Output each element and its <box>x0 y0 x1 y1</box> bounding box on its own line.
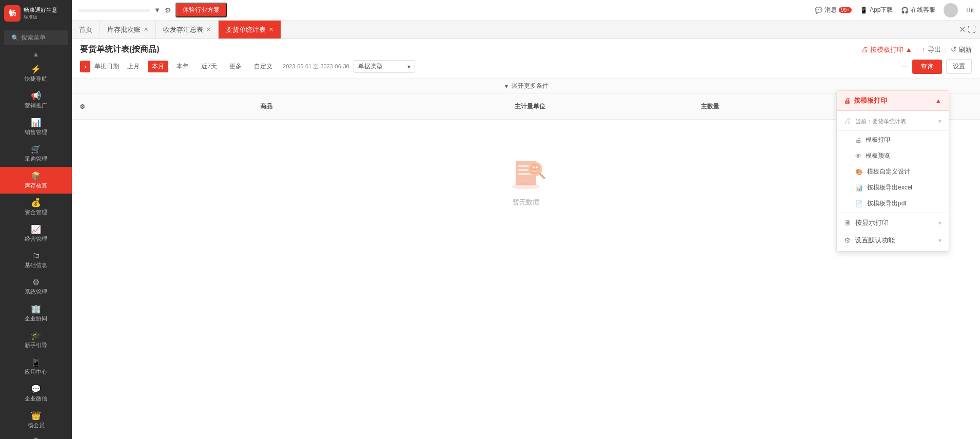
tabs-actions: ✕ ⛶ <box>955 25 980 34</box>
date-btn-last-month[interactable]: 上月 <box>123 61 144 72</box>
message-item[interactable]: 💬 消息 99+ <box>815 6 852 14</box>
empty-icon <box>505 150 546 192</box>
sidebar-item-basic[interactable]: 🗂 基础信息 <box>0 247 72 273</box>
dropdown-display-print[interactable]: 🖥 按显示打印 ▾ <box>837 214 949 232</box>
dropdown-template-custom[interactable]: 🎨 模板自定义设计 <box>837 164 949 180</box>
tab-receipt-summary-close[interactable]: ✕ <box>206 26 211 33</box>
export-icon: ↑ <box>922 46 926 53</box>
sidebar-item-member[interactable]: 👑 畅会员 <box>0 407 72 433</box>
dropdown-template-export-pdf[interactable]: 📄 按模板导出pdf <box>837 196 949 212</box>
template-custom-icon: 🎨 <box>855 168 863 176</box>
dropdown-current-item[interactable]: 🖨 当前：要货单统计表 ▾ <box>837 113 949 129</box>
sales-icon: 📊 <box>31 118 41 127</box>
tab-maximize[interactable]: ⛶ <box>968 25 976 34</box>
sidebar-item-finance[interactable]: 💰 资金管理 <box>0 194 72 220</box>
sidebar-item-app-center[interactable]: 📱 应用中心 <box>0 353 72 380</box>
topbar-dropdown-arrow[interactable]: ▼ <box>154 6 161 14</box>
basic-icon: 🗂 <box>32 251 40 260</box>
filter-expand-button[interactable]: › <box>80 61 90 72</box>
tab-batch-account-close[interactable]: ✕ <box>144 26 148 33</box>
col-product: 商品 <box>92 98 440 115</box>
wechat-icon: 💬 <box>31 384 41 394</box>
topbar-gear-icon[interactable]: ⚙ <box>165 6 171 14</box>
display-print-icon: 🖥 <box>844 219 851 227</box>
template-print-button[interactable]: 🖨 按模板打印 ▲ <box>861 45 912 54</box>
user-avatar[interactable] <box>944 3 958 17</box>
date-btn-this-year[interactable]: 本年 <box>172 61 193 72</box>
service-icon: 🎧 <box>901 7 909 14</box>
sidebar-search[interactable]: 🔍 搜索菜单 <box>4 30 68 45</box>
order-type-label: 单据类型 <box>358 62 383 71</box>
date-btn-7days[interactable]: 近7天 <box>197 61 221 72</box>
template-excel-icon: 📊 <box>855 184 863 192</box>
svg-point-6 <box>530 164 540 174</box>
dropdown-template-export-excel[interactable]: 📊 按模板导出excel <box>837 180 949 196</box>
purchase-icon: 🛒 <box>31 144 41 154</box>
current-item-arrow: ▾ <box>938 118 942 125</box>
dropdown-printer-icon: 🖨 <box>844 97 851 105</box>
page-content: 要货单统计表(按商品) 🖨 按模板打印 ▲ | ↑ 导出 | ↺ 刷新 <box>72 39 980 439</box>
expand-icon: ▼ <box>503 83 509 90</box>
date-btn-more[interactable]: 更多 <box>225 61 246 72</box>
inventory-icon: 📦 <box>31 171 41 181</box>
download-icon: 📱 <box>860 7 868 14</box>
tab-order-stats[interactable]: 要货单统计表 ✕ <box>219 21 281 39</box>
logo-icon: 畅 <box>4 5 21 22</box>
template-print-icon: 🖨 <box>855 137 861 144</box>
template-pdf-icon: 📄 <box>855 200 863 207</box>
sidebar-item-system[interactable]: ⚙ 系统管理 <box>0 273 72 300</box>
online-service-item[interactable]: 🎧 在线客服 <box>901 6 935 14</box>
dropdown-template-preview[interactable]: 👁 模板预览 <box>837 148 949 164</box>
current-item-icon: 🖨 <box>844 117 851 125</box>
dropdown-divider-2 <box>837 213 949 213</box>
sidebar-item-wechat[interactable]: 💬 企业微信 <box>0 380 72 407</box>
trial-button[interactable]: 体验行业方案 <box>175 3 227 17</box>
svg-rect-3 <box>518 169 530 171</box>
sidebar-item-guide[interactable]: 🎓 新手引导 <box>0 327 72 353</box>
system-icon: ⚙ <box>32 277 40 287</box>
dropdown-divider-1 <box>837 130 949 131</box>
tab-order-stats-close[interactable]: ✕ <box>269 26 273 33</box>
sidebar-item-inventory[interactable]: 📦 库存核算 <box>0 167 72 194</box>
set-default-arrow: ▾ <box>938 237 942 244</box>
set-default-icon: ⚙ <box>844 236 851 244</box>
sidebar-scroll-up[interactable]: ▲ <box>0 48 72 60</box>
tab-receipt-summary[interactable]: 收发存汇总表 ✕ <box>156 21 219 39</box>
date-btn-this-month[interactable]: 本月 <box>148 61 168 72</box>
order-type-dropdown-icon: ▾ <box>407 63 410 70</box>
page-title: 要货单统计表(按商品) <box>80 44 160 55</box>
user-name[interactable]: Rit <box>966 7 974 14</box>
tab-home[interactable]: 首页 <box>72 21 100 39</box>
sidebar-item-quick-nav[interactable]: ⚡ 快捷导航 <box>0 60 72 87</box>
col-settings[interactable]: ⚙ <box>72 99 92 114</box>
finance-icon: 💰 <box>31 198 41 207</box>
tab-batch-account[interactable]: 库存批次账 ✕ <box>100 21 156 39</box>
date-label: 单据日期 <box>94 62 119 71</box>
tab-close-all[interactable]: ✕ <box>959 25 966 34</box>
export-button[interactable]: ↑ 导出 <box>922 45 941 54</box>
dropdown-current-section: 🖨 当前：要货单统计表 ▾ 🖨 模板打印 👁 模板预览 🎨 模板自定义设计 <box>837 111 949 251</box>
more-options-icon[interactable]: ··· <box>901 62 908 71</box>
refresh-button[interactable]: ↺ 刷新 <box>951 45 972 54</box>
svg-line-7 <box>540 174 544 178</box>
sidebar-item-purchase[interactable]: 🛒 采购管理 <box>0 140 72 167</box>
dropdown-close-icon[interactable]: ▲ <box>935 97 942 105</box>
sidebar-item-sales[interactable]: 📊 销售管理 <box>0 113 72 140</box>
topbar: ▼ ⚙ 体验行业方案 💬 消息 99+ 📱 App下载 🎧 在线客服 Rit <box>72 0 980 21</box>
sidebar-item-marketing[interactable]: 📢 营销推广 <box>0 87 72 113</box>
sidebar-item-operation[interactable]: 📈 经营管理 <box>0 220 72 247</box>
sidebar-scroll-down[interactable]: ▼ <box>0 433 72 439</box>
order-type-select[interactable]: 单据类型 ▾ <box>354 60 415 73</box>
dropdown-set-default[interactable]: ⚙ 设置默认功能 ▾ <box>837 232 949 249</box>
dropdown-template-print[interactable]: 🖨 模板打印 <box>837 132 949 148</box>
settings-button[interactable]: 设置 <box>946 59 972 74</box>
dropdown-header: 🖨 按模板打印 ▲ <box>837 91 949 111</box>
app-download-item[interactable]: 📱 App下载 <box>860 6 893 14</box>
query-button[interactable]: 查询 <box>912 60 942 74</box>
guide-icon: 🎓 <box>31 331 41 340</box>
logo-text: 畅康通好生意 标准版 <box>24 6 57 20</box>
sidebar-item-company[interactable]: 🏢 企业协同 <box>0 300 72 327</box>
refresh-icon: ↺ <box>951 46 956 53</box>
date-btn-custom[interactable]: 自定义 <box>250 61 277 72</box>
svg-point-9 <box>536 166 538 168</box>
